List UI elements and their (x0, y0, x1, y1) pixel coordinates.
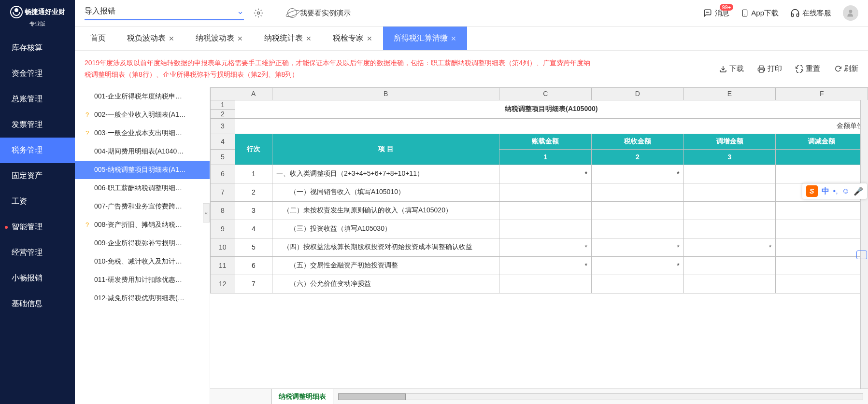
corner-cell[interactable] (211, 87, 235, 100)
report-item-8[interactable]: 009-企业所得税弥补亏损明… (75, 234, 210, 252)
sidebar-item-5[interactable]: 固定资产 (0, 163, 75, 189)
row-header-11[interactable]: 11 (211, 256, 235, 275)
gear-icon[interactable] (254, 8, 263, 18)
report-item-6[interactable]: 007-广告费和业务宣传费跨… (75, 197, 210, 216)
cell[interactable]: * (499, 165, 592, 183)
sidebar-item-2[interactable]: 总账管理 (0, 86, 75, 112)
report-item-2[interactable]: ?003-一般企业成本支出明细… (75, 124, 210, 142)
download-button[interactable]: 下载 (719, 64, 744, 73)
cell[interactable]: 6 (235, 256, 272, 275)
close-icon[interactable]: ✕ (169, 35, 174, 42)
cell[interactable] (776, 275, 868, 293)
cell[interactable]: * (683, 238, 776, 256)
cell[interactable]: 5 (235, 238, 272, 256)
report-item-7[interactable]: ?008-资产折旧、摊销及纳税… (75, 216, 210, 234)
cell[interactable] (776, 256, 868, 275)
ime-lang[interactable]: 中 (822, 186, 829, 196)
cell[interactable] (683, 275, 776, 293)
spreadsheet[interactable]: A B C D E F 1 纳税调整项目明细表(A105000) (210, 87, 868, 293)
report-item-9[interactable]: 010-免税、减计收入及加计… (75, 252, 210, 271)
reset-button[interactable]: 重置 (796, 64, 820, 73)
ime-emoji-icon[interactable]: ☺ (842, 187, 850, 195)
refresh-button[interactable]: 刷新 (834, 64, 858, 73)
sidebar-item-3[interactable]: 发票管理 (0, 112, 75, 138)
cell[interactable] (499, 220, 592, 238)
row-header-9[interactable]: 9 (211, 220, 235, 238)
row-header-6[interactable]: 6 (211, 165, 235, 183)
search-dropdown[interactable]: 导入报错 ⌄ (85, 6, 244, 20)
cell[interactable] (683, 256, 776, 275)
row-header-4[interactable]: 4 (211, 134, 235, 149)
cell[interactable] (592, 201, 684, 220)
app-download-button[interactable]: App下载 (741, 8, 779, 18)
cell[interactable] (683, 165, 776, 183)
row-header-3[interactable]: 3 (211, 118, 235, 134)
cell[interactable] (683, 183, 776, 201)
cell[interactable]: 3 (235, 201, 272, 220)
cell[interactable] (499, 183, 592, 201)
cell[interactable]: * (592, 165, 684, 183)
tab-0[interactable]: 首页 (80, 27, 116, 50)
cell[interactable] (776, 201, 868, 220)
cell[interactable]: 2 (235, 183, 272, 201)
cell[interactable]: （五）交易性金融资产初始投资调整 (272, 256, 499, 275)
sidebar-item-8[interactable]: 经营管理 (0, 240, 75, 265)
demo-link[interactable]: 我要看实例演示 (287, 8, 351, 18)
row-header-8[interactable]: 8 (211, 201, 235, 220)
sidebar-item-0[interactable]: 库存核算 (0, 35, 75, 61)
cell[interactable] (592, 275, 684, 293)
row-header-7[interactable]: 7 (211, 183, 235, 201)
row-header-12[interactable]: 12 (211, 275, 235, 293)
col-header-B[interactable]: B (272, 87, 499, 100)
sidebar-item-1[interactable]: 资金管理 (0, 61, 75, 86)
report-item-5[interactable]: 006-职工薪酬纳税调整明细… (75, 179, 210, 197)
report-item-1[interactable]: ?002-一般企业收入明细表(A1… (75, 106, 210, 124)
report-item-10[interactable]: 011-研发费用加计扣除优惠… (75, 271, 210, 289)
tab-2[interactable]: 纳税波动表✕ (185, 27, 254, 50)
cell[interactable]: 1 (235, 165, 272, 183)
cell[interactable]: （二）未按权责发生制原则确认的收入（填写A105020） (272, 201, 499, 220)
row-header-5[interactable]: 5 (211, 149, 235, 165)
close-icon[interactable]: ✕ (367, 35, 372, 42)
col-header-C[interactable]: C (499, 87, 592, 100)
cell[interactable] (499, 275, 592, 293)
row-header-1[interactable]: 1 (211, 100, 235, 109)
tab-1[interactable]: 税负波动表✕ (116, 27, 185, 50)
cell[interactable]: * (592, 256, 684, 275)
messages-button[interactable]: 消息 99+ (703, 9, 729, 18)
horizontal-scrollbar[interactable] (333, 389, 868, 404)
report-item-3[interactable]: 004-期间费用明细表(A1040… (75, 142, 210, 161)
cell[interactable] (683, 220, 776, 238)
sidebar-item-10[interactable]: 基础信息 (0, 291, 75, 317)
cell[interactable] (499, 201, 592, 220)
row-header-10[interactable]: 10 (211, 238, 235, 256)
cell[interactable]: （四）按权益法核算长期股权投资对初始投资成本调整确认收益 (272, 238, 499, 256)
cell[interactable] (776, 220, 868, 238)
col-header-F[interactable]: F (776, 87, 868, 100)
customer-service-button[interactable]: 在线客服 (790, 8, 831, 18)
col-header-D[interactable]: D (592, 87, 684, 100)
tab-4[interactable]: 税检专家✕ (322, 27, 383, 50)
ime-punct-icon[interactable]: •, (833, 187, 838, 195)
cell[interactable]: （一）视同销售收入（填写A105010） (272, 183, 499, 201)
cell[interactable] (592, 183, 684, 201)
sidebar-item-6[interactable]: 工资 (0, 189, 75, 214)
cell[interactable]: * (499, 238, 592, 256)
cell[interactable] (776, 238, 868, 256)
close-icon[interactable]: ✕ (451, 35, 456, 42)
tab-3[interactable]: 纳税统计表✕ (254, 27, 322, 50)
sidebar-item-9[interactable]: 小畅报销 (0, 265, 75, 291)
sheet-tab-active[interactable]: 纳税调整明细表 (272, 389, 333, 404)
report-item-11[interactable]: 012-减免所得税优惠明细表(… (75, 289, 210, 307)
cell[interactable] (683, 201, 776, 220)
collapse-handle[interactable]: « (203, 203, 210, 223)
cell[interactable]: 7 (235, 275, 272, 293)
cell[interactable]: （六）公允价值变动净损益 (272, 275, 499, 293)
vertical-scrollbar[interactable] (860, 100, 868, 389)
ime-mic-icon[interactable]: 🎤 (854, 187, 863, 196)
report-item-4[interactable]: 005-纳税调整项目明细表(A1… (75, 161, 210, 179)
cell[interactable]: （三）投资收益（填写A105030） (272, 220, 499, 238)
sidebar-item-7[interactable]: 智能管理 (0, 214, 75, 240)
cell[interactable] (592, 220, 684, 238)
cell[interactable]: * (592, 238, 684, 256)
